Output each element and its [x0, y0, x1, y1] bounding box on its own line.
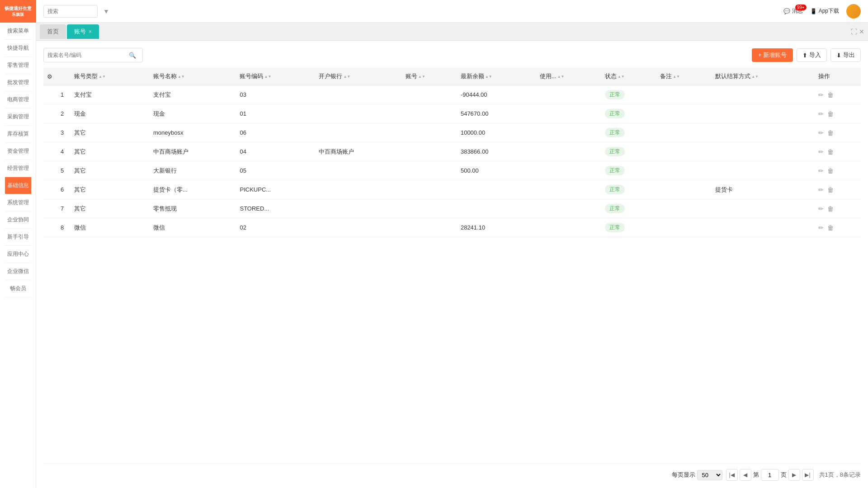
column-header-code[interactable]: 账号编码▲▼: [236, 68, 315, 85]
row-default-settlement: 提货卡: [712, 180, 815, 199]
settings-icon[interactable]: ⚙: [47, 73, 52, 80]
delete-icon[interactable]: 🗑: [827, 129, 834, 136]
page-number-input[interactable]: [761, 469, 779, 481]
edit-icon[interactable]: ✏: [818, 110, 824, 117]
sidebar-item-enterprise-wechat[interactable]: 企业微信: [5, 263, 31, 280]
sidebar-item-finance-mgmt[interactable]: 资金管理: [5, 143, 31, 160]
sort-icon-balance[interactable]: ▲▼: [485, 75, 492, 79]
table-row: 2现金现金01547670.00正常 ✏ 🗑: [43, 104, 861, 123]
row-account: [402, 199, 457, 218]
edit-icon[interactable]: ✏: [818, 224, 824, 231]
sidebar-item-app-center[interactable]: 应用中心: [5, 246, 31, 263]
sidebar-item-new-guide[interactable]: 新手引导: [5, 229, 31, 246]
avatar[interactable]: [846, 4, 861, 19]
row-action: ✏ 🗑: [815, 85, 861, 104]
sidebar-item-search-menu[interactable]: 搜索菜单: [5, 23, 31, 40]
row-action: ✏ 🗑: [815, 161, 861, 180]
search-icon[interactable]: 🔍: [129, 52, 136, 59]
edit-icon[interactable]: ✏: [818, 186, 824, 193]
tab-close-extra[interactable]: ✕: [859, 28, 864, 35]
status-badge: 正常: [605, 90, 625, 99]
prev-page-button[interactable]: ◀: [740, 469, 751, 481]
sidebar-item-inventory[interactable]: 库存核算: [5, 126, 31, 143]
sort-icon-bank[interactable]: ▲▼: [343, 75, 350, 79]
sort-icon-remark[interactable]: ▲▼: [673, 75, 680, 79]
sidebar-item-enterprise-agreement[interactable]: 企业协同: [5, 211, 31, 229]
row-balance: -90444.00: [457, 85, 536, 104]
row-remark: [656, 104, 712, 123]
tab-home[interactable]: 首页: [40, 24, 66, 39]
sidebar-item-basic-info[interactable]: 基础信息: [5, 177, 31, 194]
header-dropdown-icon[interactable]: ▼: [103, 8, 109, 15]
page-size-select[interactable]: 50 100: [697, 470, 722, 480]
column-header-status[interactable]: 状态▲▼: [601, 68, 656, 85]
sort-icon-usage[interactable]: ▲▼: [557, 75, 565, 79]
message-button[interactable]: 💬 消息 99+: [783, 7, 803, 15]
sidebar-item-quick-nav[interactable]: 快捷导航: [5, 40, 31, 57]
row-code: 04: [236, 142, 315, 161]
sidebar-item-wholesale-mgmt[interactable]: 批发管理: [5, 74, 31, 91]
column-header-name[interactable]: 账号名称▲▼: [150, 68, 236, 85]
row-default-settlement: [712, 104, 815, 123]
first-page-button[interactable]: |◀: [726, 469, 738, 481]
edit-icon[interactable]: ✏: [818, 148, 824, 155]
sort-icon-type[interactable]: ▲▼: [99, 75, 106, 79]
import-button[interactable]: ⬆ 导入: [797, 48, 827, 62]
col-label-remark: 备注: [660, 73, 672, 80]
row-usage: [536, 180, 601, 199]
delete-icon[interactable]: 🗑: [827, 205, 834, 212]
sidebar-item-system-mgmt[interactable]: 系统管理: [5, 194, 31, 211]
sort-icon-default_settlement[interactable]: ▲▼: [751, 75, 759, 79]
column-header-balance[interactable]: 最新余额▲▼: [457, 68, 536, 85]
next-page-button[interactable]: ▶: [788, 469, 800, 481]
sidebar-item-membership[interactable]: 畅会员: [5, 280, 31, 297]
main-area: ▼ 💬 消息 99+ 📱 App下载 首页账号× ⛶ ✕: [36, 0, 868, 488]
table-row: 8微信微信0228241.10正常 ✏ 🗑: [43, 218, 861, 237]
row-account: [402, 180, 457, 199]
page-suffix: 页: [781, 471, 787, 479]
edit-icon[interactable]: ✏: [818, 205, 824, 212]
search-input[interactable]: [47, 52, 129, 58]
header-search-input[interactable]: [43, 5, 98, 18]
sidebar-item-operations-mgmt[interactable]: 经营管理: [5, 160, 31, 177]
row-code: 01: [236, 104, 315, 123]
sort-icon-code[interactable]: ▲▼: [264, 75, 271, 79]
delete-icon[interactable]: 🗑: [827, 148, 834, 155]
export-button[interactable]: ⬇ 导出: [830, 48, 861, 62]
app-download-button[interactable]: 📱 App下载: [810, 7, 839, 15]
delete-icon[interactable]: 🗑: [827, 110, 834, 117]
column-header-default_settlement[interactable]: 默认结算方式▲▼: [712, 68, 815, 85]
column-header-usage[interactable]: 使用...▲▼: [536, 68, 601, 85]
table-row: 3其它moneybosx0610000.00正常 ✏ 🗑: [43, 123, 861, 142]
status-badge: 正常: [605, 128, 625, 137]
sort-icon-name[interactable]: ▲▼: [178, 75, 185, 79]
edit-icon[interactable]: ✏: [818, 91, 824, 99]
row-code: STORED...: [236, 199, 315, 218]
fullscreen-icon[interactable]: ⛶: [851, 28, 857, 35]
add-account-button[interactable]: + 新增账号: [752, 48, 793, 62]
last-page-button[interactable]: ▶|: [802, 469, 814, 481]
edit-icon[interactable]: ✏: [818, 129, 824, 136]
sidebar-logo: 畅捷通好生意 乐旗版: [0, 0, 36, 23]
col-label-type: 账号类型: [74, 73, 98, 80]
column-header-type[interactable]: 账号类型▲▼: [71, 68, 150, 85]
sidebar-item-retail-mgmt[interactable]: 零售管理: [5, 57, 31, 74]
delete-icon[interactable]: 🗑: [827, 91, 834, 99]
column-header-remark[interactable]: 备注▲▼: [656, 68, 712, 85]
delete-icon[interactable]: 🗑: [827, 186, 834, 193]
column-header-account[interactable]: 账号▲▼: [402, 68, 457, 85]
row-usage: [536, 104, 601, 123]
tab-close-accounts[interactable]: ×: [89, 28, 92, 35]
delete-icon[interactable]: 🗑: [827, 224, 834, 231]
column-header-bank[interactable]: 开户银行▲▼: [315, 68, 402, 85]
sort-icon-account[interactable]: ▲▼: [418, 75, 425, 79]
sidebar-item-purchase-mgmt[interactable]: 采购管理: [5, 108, 31, 126]
tab-accounts[interactable]: 账号×: [67, 24, 99, 39]
sidebar-item-ecommerce-mgmt[interactable]: 电商管理: [5, 91, 31, 108]
row-usage: [536, 199, 601, 218]
edit-icon[interactable]: ✏: [818, 167, 824, 174]
tab-label-home: 首页: [47, 28, 59, 36]
delete-icon[interactable]: 🗑: [827, 167, 834, 174]
row-index: 4: [57, 142, 71, 161]
sort-icon-status[interactable]: ▲▼: [618, 75, 625, 79]
